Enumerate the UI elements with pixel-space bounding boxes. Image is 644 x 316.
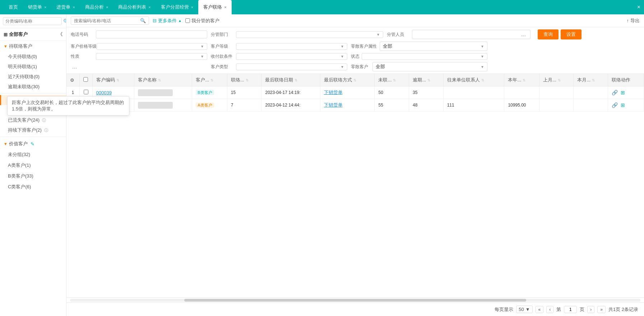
sidebar-value-edit-icon[interactable]: ✎: [31, 141, 34, 147]
sidebar-item-class-a[interactable]: A类客户(1): [0, 160, 66, 171]
table-settings-icon[interactable]: ⚙: [70, 77, 74, 83]
th-overdue[interactable]: 逾期... ⇅: [409, 74, 444, 86]
per-page-select[interactable]: 50 ▼: [516, 306, 532, 313]
cell-name[interactable]: ████: [134, 99, 192, 112]
row-checkbox[interactable]: [84, 90, 88, 94]
filter-person-select[interactable]: ...: [412, 30, 531, 39]
sidebar-item-overdue[interactable]: 逾期未联络(30): [0, 82, 66, 92]
th-this-month[interactable]: 本月... ⇅: [574, 74, 608, 86]
filter-retail-attr-select[interactable]: 全部 ▼: [380, 42, 487, 51]
table-body: 1 000039 ████ B类客户 15 2023-04-17 14:19: …: [66, 86, 644, 112]
horizontal-scrollbar[interactable]: [70, 299, 640, 302]
cell-last-method[interactable]: 下销货单: [320, 99, 375, 112]
sidebar-item-tomorrow[interactable]: 明天待联络(1): [0, 62, 66, 72]
th-last-contact-method[interactable]: 最后联络方式 ⇅: [320, 74, 375, 86]
sidebar-item-today[interactable]: 今天待联络(0): [0, 52, 66, 62]
nav-sales-close[interactable]: ×: [44, 5, 46, 9]
th-last-date-sort: ⇅: [295, 78, 297, 82]
filter-search-icon[interactable]: 🔍: [140, 18, 146, 23]
sidebar-item-class-c[interactable]: C类客户(6): [0, 181, 66, 192]
next-page-btn[interactable]: ›: [587, 306, 594, 313]
nav-customer-contact-close[interactable]: ×: [224, 5, 226, 9]
filter-dept-select[interactable]: ▼: [236, 31, 383, 38]
cell-action: 🔗 ⊞: [608, 86, 644, 99]
nav-product-analysis[interactable]: 商品分析 ×: [80, 0, 113, 14]
select-all-checkbox[interactable]: [83, 77, 88, 82]
nav-home[interactable]: 首页: [4, 0, 23, 14]
total-pages-label: 页: [580, 306, 584, 313]
horizontal-scroll-area: [66, 297, 644, 302]
th-code[interactable]: 客户编码 ⇅: [92, 74, 134, 86]
th-contact[interactable]: 联络... ⇅: [227, 74, 261, 86]
last-page-btn[interactable]: »: [597, 306, 606, 313]
nav-sales[interactable]: 销货单 ×: [23, 0, 51, 14]
nav-purchase-close[interactable]: ×: [73, 5, 75, 9]
cell-name[interactable]: ████: [134, 86, 192, 99]
filter-search-input[interactable]: [74, 18, 139, 23]
nav-customer-tier[interactable]: 客户分层经营 ×: [156, 0, 198, 14]
sidebar-collapse-icon[interactable]: 《: [58, 31, 62, 38]
cell-last-method[interactable]: 下销货单: [320, 86, 375, 99]
filter-dots[interactable]: ...: [71, 63, 78, 70]
cell-contact: 15: [227, 86, 261, 99]
sidebar-item-7days[interactable]: 近7天待联络(0): [0, 72, 66, 82]
th-last-month[interactable]: 上月... ⇅: [539, 74, 574, 86]
nav-purchase[interactable]: 进货单 ×: [51, 0, 80, 14]
filter-person-dots[interactable]: ...: [520, 31, 527, 38]
data-table: ⚙ 客户编码 ⇅ 客户名称: [66, 74, 644, 112]
th-this-year[interactable]: 本年... ⇅: [504, 74, 539, 86]
filter-customer-level-select[interactable]: ▼: [236, 43, 347, 50]
th-checkbox[interactable]: [79, 74, 92, 86]
my-customers-check[interactable]: 我分管的客户: [185, 18, 219, 24]
content-area: 🔍 ⊟ 更多条件 ▲ 我分管的客户 ↑ 导出 电话号码: [66, 14, 644, 316]
th-company-contacts[interactable]: 往来单位联系人 ⇅: [443, 74, 504, 86]
nav-customer-contact[interactable]: 客户联络 ×: [198, 0, 231, 14]
filter-status: 状态 ▼: [351, 53, 487, 60]
window-close-button[interactable]: ×: [637, 4, 640, 10]
sidebar-item-class-b[interactable]: B类客户(33): [0, 171, 66, 181]
sidebar-pending-arrow: ▼: [4, 44, 8, 48]
sidebar-value-customer-group[interactable]: ▼ 价值客户 ✎: [0, 138, 66, 149]
sidebar-divider2: [0, 137, 66, 137]
page-input[interactable]: [564, 306, 577, 313]
th-type-sort: ⇅: [210, 78, 213, 82]
nav-product-analysis-close[interactable]: ×: [106, 5, 108, 9]
prev-page-btn[interactable]: ‹: [546, 306, 553, 313]
sidebar-search-icon[interactable]: 🔍: [63, 19, 66, 24]
action-grid-icon[interactable]: ⊞: [621, 90, 625, 95]
settings-btn[interactable]: 设置: [561, 29, 582, 39]
th-uncontacted[interactable]: 未联... ⇅: [375, 74, 409, 86]
nav-product-list[interactable]: 商品分析列表 ×: [113, 0, 156, 14]
sidebar-search-input[interactable]: [3, 17, 62, 25]
action-link-icon[interactable]: 🔗: [612, 102, 618, 108]
sidebar-item-declining[interactable]: 持续下滑客户(2) ⓘ: [0, 125, 66, 135]
th-name-sort: ⇅: [158, 78, 161, 82]
filter-retail-customer-select[interactable]: 全部 ▼: [372, 62, 487, 71]
sidebar-item-ungrouped[interactable]: 未分组(32): [0, 149, 66, 160]
action-grid-icon[interactable]: ⊞: [621, 102, 625, 108]
query-btn[interactable]: 查询: [538, 29, 559, 39]
cell-uncontacted: 55: [375, 99, 409, 112]
filter-customer-type-select[interactable]: ▼: [236, 63, 347, 70]
action-link-icon[interactable]: 🔗: [612, 90, 618, 95]
export-btn[interactable]: ↑ 导出: [627, 18, 640, 24]
filter-payment-select[interactable]: ▼: [236, 53, 347, 60]
first-page-btn[interactable]: «: [536, 306, 544, 313]
filter-phone-input[interactable]: [96, 30, 207, 38]
cell-type: A类客户: [192, 99, 227, 112]
th-last-contact-date[interactable]: 最后联络日期 ⇅: [261, 74, 320, 86]
filter-status-select[interactable]: ▼: [362, 53, 487, 60]
my-customers-checkbox[interactable]: [185, 18, 190, 23]
filter-price-level-select[interactable]: ▼: [97, 43, 207, 50]
th-name[interactable]: 客户名称 ⇅: [134, 74, 192, 86]
nav-product-list-close[interactable]: ×: [148, 5, 150, 9]
th-settings[interactable]: ⚙: [66, 74, 79, 86]
sidebar-pending-group[interactable]: ▼ 待联络客户: [0, 41, 66, 52]
nav-customer-tier-close[interactable]: ×: [191, 5, 193, 9]
more-filters-btn[interactable]: ⊟ 更多条件 ▲: [153, 18, 182, 24]
filter-gender-select[interactable]: ▼: [96, 53, 207, 60]
th-type[interactable]: 客户... ⇅: [192, 74, 227, 86]
filter-icon: ⊟: [153, 18, 157, 23]
pagination-bar: 每页显示 50 ▼ « ‹ 第 页 › » 共1页 2条记录: [66, 302, 644, 316]
sidebar-item-churned[interactable]: 已流失客户(24) ⓘ: [0, 115, 66, 125]
